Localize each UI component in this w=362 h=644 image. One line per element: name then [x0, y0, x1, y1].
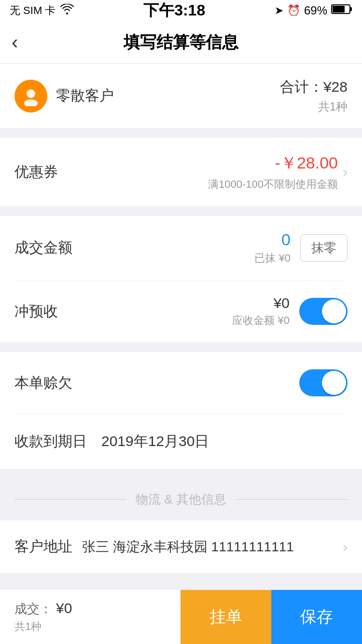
no-sim-label: 无 SIM 卡: [10, 3, 56, 18]
chevron-right-icon: ›: [343, 164, 348, 180]
coupon-amount: -￥28.00: [208, 152, 338, 174]
due-date-value[interactable]: 2019年12月30日: [101, 432, 209, 451]
prepay-toggle-knob: [322, 299, 346, 323]
credit-section: 本单赊欠 收款到期日 2019年12月30日: [0, 352, 362, 469]
svg-point-4: [24, 99, 38, 106]
svg-rect-2: [350, 7, 352, 11]
prepay-main-amount: ¥0: [232, 295, 290, 311]
content: 零散客户 合计：¥28 共1种 优惠券 -￥28.00 满1000-100不限制…: [0, 64, 362, 641]
save-button[interactable]: 保存: [271, 590, 362, 644]
prepay-toggle[interactable]: [299, 298, 348, 325]
section-divider-1: [0, 342, 362, 352]
hold-order-button[interactable]: 挂单: [181, 590, 271, 644]
round-off-button[interactable]: 抹零: [300, 234, 348, 262]
due-date-label: 收款到期日: [14, 432, 87, 451]
total-amount: 合计：¥28: [280, 77, 348, 97]
prepay-right: ¥0 应收金额 ¥0: [232, 295, 348, 328]
customer-left: 零散客户: [14, 80, 114, 112]
customer-total: 合计：¥28 共1种: [280, 77, 348, 114]
prepay-amounts: ¥0 应收金额 ¥0: [232, 295, 290, 328]
status-bar: 无 SIM 卡 下午3:18 ➤ ⏰ 69%: [0, 0, 362, 21]
credit-label: 本单赊欠: [14, 373, 72, 393]
address-row[interactable]: 客户地址 张三 海淀永丰科技园 11111111111 ›: [14, 520, 348, 573]
status-bar-left: 无 SIM 卡: [10, 3, 74, 18]
due-date-row: 收款到期日 2019年12月30日: [14, 414, 348, 469]
total-count: 共1种: [280, 99, 348, 114]
bottom-count: 共1种: [14, 619, 166, 634]
alarm-icon: ⏰: [287, 4, 300, 17]
back-button[interactable]: ‹: [12, 31, 18, 53]
coupon-right: -￥28.00 满1000-100不限制使用金额 ›: [208, 152, 348, 192]
address-section: 客户地址 张三 海淀永丰科技园 11111111111 ›: [0, 520, 362, 573]
nav-bar: ‹ 填写结算等信息: [0, 21, 362, 64]
transaction-amount-value[interactable]: 0: [254, 230, 291, 249]
svg-point-3: [27, 89, 35, 98]
coupon-label: 优惠券: [14, 162, 58, 182]
section-divider-2: [0, 469, 362, 478]
logistics-title: 物流 & 其他信息: [126, 491, 236, 508]
bottom-trade-amount: ¥0: [56, 600, 72, 616]
bottom-info: 成交： ¥0 共1种: [0, 600, 181, 634]
transaction-amount-row: 成交金额 0 已抹 ¥0 抹零: [14, 216, 348, 280]
transaction-amount-label: 成交金额: [14, 238, 72, 258]
customer-name: 零散客户: [56, 86, 114, 106]
transaction-amount-sub: 已抹 ¥0: [254, 251, 291, 266]
amount-input-block: 0 已抹 ¥0: [254, 230, 291, 266]
credit-toggle[interactable]: [299, 369, 348, 396]
prepay-row: 冲预收 ¥0 应收金额 ¥0: [14, 280, 348, 342]
coupon-value-block: -￥28.00 满1000-100不限制使用金额: [208, 152, 338, 192]
logistics-line-right: [236, 499, 348, 500]
address-chevron-icon: ›: [343, 539, 348, 555]
logistics-line-left: [14, 499, 126, 500]
prepay-sub-amount: 应收金额 ¥0: [232, 313, 290, 328]
svg-rect-1: [333, 6, 345, 13]
wifi-icon: [60, 4, 74, 17]
customer-section: 零散客户 合计：¥28 共1种: [0, 64, 362, 128]
bottom-bar: 成交： ¥0 共1种 挂单 保存: [0, 590, 362, 644]
battery-icon: [331, 4, 352, 17]
coupon-section[interactable]: 优惠券 -￥28.00 满1000-100不限制使用金额 ›: [0, 138, 362, 206]
amount-section: 成交金额 0 已抹 ¥0 抹零 冲预收 ¥0 应收金额 ¥0: [0, 216, 362, 342]
transaction-amount-right: 0 已抹 ¥0 抹零: [254, 230, 348, 266]
page-title: 填写结算等信息: [124, 31, 238, 54]
credit-toggle-knob: [322, 371, 346, 395]
prepay-label: 冲预收: [14, 302, 58, 322]
status-bar-right: ➤ ⏰ 69%: [275, 4, 352, 17]
coupon-desc: 满1000-100不限制使用金额: [208, 177, 338, 192]
location-icon: ➤: [275, 4, 283, 17]
battery-label: 69%: [304, 4, 327, 17]
address-label: 客户地址: [14, 537, 72, 557]
address-value: 张三 海淀永丰科技园 11111111111: [82, 538, 338, 556]
customer-avatar: [14, 80, 47, 112]
logistics-header: 物流 & 其他信息: [0, 478, 362, 520]
bottom-trade-label: 成交：: [14, 601, 52, 617]
status-bar-time: 下午3:18: [143, 0, 205, 21]
credit-row: 本单赊欠: [14, 352, 348, 414]
